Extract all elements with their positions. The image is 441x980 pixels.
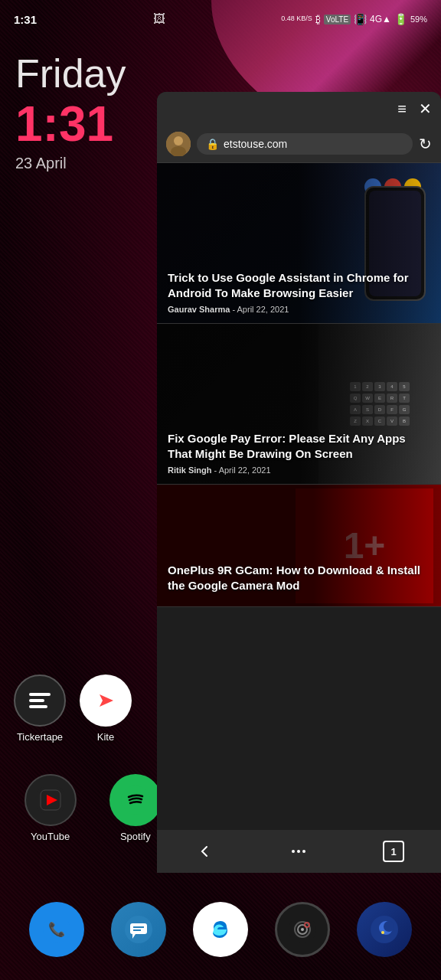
article-date-2: April 22, 2021 [219, 466, 271, 475]
svg-rect-1 [29, 699, 44, 702]
vibrate-icon: 📳 [354, 13, 367, 25]
app-item-youtube[interactable]: YouTube [24, 774, 77, 842]
svg-point-26 [301, 928, 304, 931]
lock-icon: 🔒 [206, 138, 219, 150]
edge-icon [193, 902, 248, 957]
status-time: 1:31 [14, 13, 37, 26]
dock-phone[interactable]: 📞 [29, 902, 84, 957]
messages-icon [111, 902, 166, 957]
status-icons: 0.48 KB/S ₿ VoLTE 📳 4G▲ 🔋 59% [281, 13, 427, 25]
browser-avatar [166, 132, 191, 156]
svg-rect-18 [130, 923, 147, 934]
app-item-tickertape[interactable]: Tickertape [14, 675, 66, 743]
status-bar: 1:31 🖼 0.48 KB/S ₿ VoLTE 📳 4G▲ 🔋 59% [0, 0, 441, 38]
bluetooth-icon: ₿ [315, 13, 321, 25]
article-title-3: OnePlus 9R GCam: How to Download & Insta… [168, 563, 430, 593]
menu-icon[interactable]: ≡ [397, 100, 407, 118]
article-content-2: Fix Google Pay Error: Please Exit Any Ap… [157, 422, 441, 484]
day-label: Friday [15, 54, 153, 93]
home-date-time: Friday 1:31 23 April [0, 38, 168, 188]
bottom-dock: 📞 [0, 902, 441, 957]
article-meta-1: Gaurav Sharma - April 22, 2021 [168, 305, 430, 314]
svg-point-37 [302, 850, 305, 853]
url-box[interactable]: 🔒 etstouse.com [197, 133, 413, 155]
flighty-icon [357, 902, 412, 957]
article-title-2: Fix Google Pay Error: Please Exit Any Ap… [168, 431, 430, 461]
dock-camera[interactable] [275, 902, 330, 957]
volte-icon: VoLTE [324, 15, 351, 24]
spotify-icon [109, 774, 162, 826]
tab-count-badge: 1 [383, 841, 404, 862]
article-author-2: Ritik Singh [168, 466, 211, 475]
status-photo-icon: 🖼 [153, 12, 165, 26]
battery-icon: 🔋 [394, 13, 407, 25]
phone-icon: 📞 [29, 902, 84, 957]
article-date-1: April 22, 2021 [237, 305, 289, 314]
close-browser-icon[interactable]: ✕ [419, 100, 432, 118]
svg-point-7 [121, 786, 150, 815]
home-apps-row: Tickertape Kite [0, 675, 161, 743]
article-meta-2: Ritik Singh - April 22, 2021 [168, 466, 430, 475]
signal-icon: 4G▲ [370, 14, 391, 24]
url-text: etstouse.com [224, 138, 287, 150]
camera-icon [275, 902, 330, 957]
article-content-3: OnePlus 9R GCam: How to Download & Insta… [157, 554, 441, 606]
browser-bottom-nav: 1 [157, 830, 441, 873]
browser-top-bar: ≡ ✕ [157, 92, 441, 126]
svg-rect-0 [29, 693, 51, 696]
tickertape-label: Tickertape [17, 731, 63, 743]
article-card-1[interactable]: Trick to Use Google Assistant in Chrome … [157, 163, 441, 324]
browser-panel: ≡ ✕ 🔒 etstouse.com ↻ [157, 92, 441, 873]
dock-edge[interactable] [193, 902, 248, 957]
kite-icon [80, 675, 132, 727]
browser-more-btn[interactable] [283, 836, 314, 867]
dock-messages[interactable] [111, 902, 166, 957]
svg-point-30 [384, 921, 394, 932]
time-label: 1:31 [15, 100, 153, 149]
svg-text:📞: 📞 [48, 921, 66, 938]
article-card-3[interactable]: 1+ OnePlus 9R GCam: How to Download & In… [157, 485, 441, 607]
article-content-1: Trick to Use Google Assistant in Chrome … [157, 261, 441, 323]
browser-tabs-btn[interactable]: 1 [378, 836, 409, 867]
refresh-icon[interactable]: ↻ [419, 135, 432, 153]
svg-rect-2 [29, 705, 47, 708]
svg-marker-3 [100, 694, 113, 707]
svg-point-36 [297, 850, 300, 853]
browser-address-bar: 🔒 etstouse.com ↻ [157, 126, 441, 163]
youtube-icon [24, 774, 77, 826]
app-item-kite[interactable]: Kite [80, 675, 132, 743]
article-author-1: Gaurav Sharma [168, 305, 230, 314]
dock-flighty[interactable] [357, 902, 412, 957]
kite-label: Kite [97, 731, 114, 743]
app-item-spotify[interactable]: Spotify [109, 774, 162, 842]
battery-pct: 59% [410, 15, 427, 24]
articles-container: Trick to Use Google Assistant in Chrome … [157, 163, 441, 830]
svg-point-33 [174, 136, 183, 145]
svg-point-31 [381, 931, 384, 934]
data-speed: 0.48 KB/S [281, 15, 312, 23]
svg-point-35 [292, 850, 295, 853]
browser-back-btn[interactable] [189, 836, 220, 867]
article-title-1: Trick to Use Google Assistant in Chrome … [168, 270, 430, 300]
date-label: 23 April [15, 155, 153, 172]
tickertape-icon [14, 675, 66, 727]
article-card-2[interactable]: 12345 QWERT ASDFG ZXCVB Fix Google Pay E… [157, 324, 441, 485]
